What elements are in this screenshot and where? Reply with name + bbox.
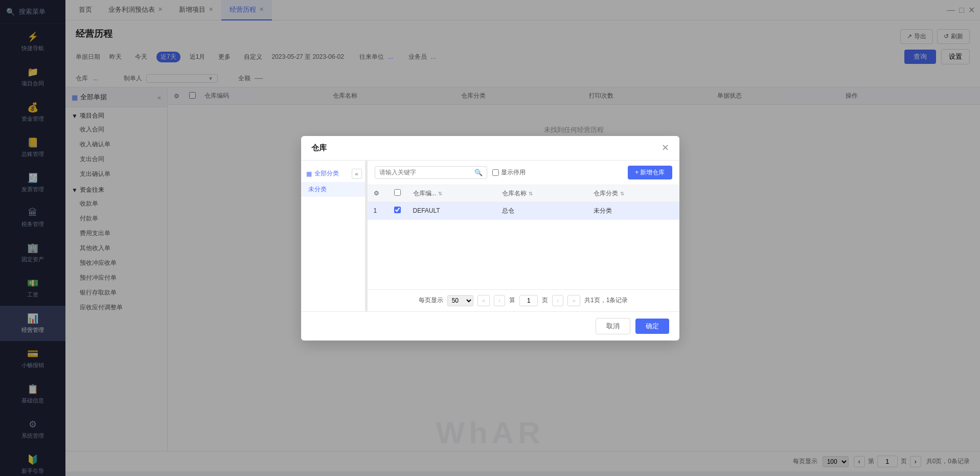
modal-page-size-select[interactable]: 50 20 100	[447, 295, 473, 306]
confirm-button[interactable]: 确定	[635, 319, 669, 334]
sort-icon-code: ⇅	[438, 191, 442, 196]
modal-title: 仓库	[311, 143, 327, 153]
show-disabled-checkbox[interactable]	[492, 169, 499, 176]
modal-table-header: ⚙ 仓库编... ⇅ 仓库名称 ⇅	[368, 185, 679, 202]
th-checkbox[interactable]	[388, 185, 407, 202]
add-warehouse-button[interactable]: + 新增仓库	[628, 166, 672, 179]
modal-table: ⚙ 仓库编... ⇅ 仓库名称 ⇅	[368, 185, 679, 289]
modal-right-panel: 🔍 显示停用 + 新增仓库 ⚙	[368, 161, 679, 311]
modal-search-input[interactable]	[379, 169, 474, 176]
modal-table-body: 1 DEFAULT 总仓 未分类	[368, 202, 679, 219]
row-checkbox[interactable]	[388, 202, 407, 219]
th-warehouse-code[interactable]: 仓库编... ⇅	[407, 185, 496, 202]
modal-toolbar: 🔍 显示停用 + 新增仓库	[368, 161, 679, 185]
modal-body: ▦ 全部分类 « 未分类 🔍	[301, 161, 679, 311]
th-settings[interactable]: ⚙	[368, 185, 388, 202]
th-warehouse-category[interactable]: 仓库分类 ⇅	[587, 185, 679, 202]
modal-footer: 取消 确定	[301, 311, 679, 341]
category-collapse-btn[interactable]: «	[352, 169, 362, 179]
modal-first-page[interactable]: «	[477, 295, 490, 306]
modal-total-info: 共1页，1条记录	[584, 296, 628, 305]
modal-search-icon[interactable]: 🔍	[474, 169, 483, 176]
category-scrollbar	[365, 161, 367, 311]
cancel-button[interactable]: 取消	[596, 318, 630, 334]
modal-page-suffix: 页	[542, 296, 548, 305]
modal-page-prefix: 算	[509, 296, 515, 305]
th-warehouse-name[interactable]: 仓库名称 ⇅	[496, 185, 587, 202]
modal-overlay: 仓库 ✕ ▦ 全部分类 « 未分类	[0, 0, 980, 476]
modal-page-input[interactable]	[519, 295, 538, 306]
modal-next-page[interactable]: ›	[552, 295, 563, 306]
modal-search-box[interactable]: 🔍	[375, 166, 487, 179]
row-name: 总仓	[496, 202, 587, 219]
modal-page-size-label: 每页显示	[419, 296, 443, 305]
sort-icon-name: ⇅	[529, 191, 533, 196]
modal-pagination: 每页显示 50 20 100 « ‹ 算 页 › » 共1页，1条记录	[368, 289, 679, 311]
category-grid-icon: ▦	[306, 170, 312, 177]
warehouse-modal: 仓库 ✕ ▦ 全部分类 « 未分类	[301, 136, 679, 341]
row-category: 未分类	[587, 202, 679, 219]
category-panel: ▦ 全部分类 « 未分类	[301, 161, 368, 311]
category-item-unclassified[interactable]: 未分类	[301, 182, 367, 197]
modal-close-button[interactable]: ✕	[662, 143, 669, 152]
row-code: DEFAULT	[407, 202, 496, 219]
category-all-label: 全部分类	[314, 169, 339, 178]
modal-header: 仓库 ✕	[301, 136, 679, 161]
row-index: 1	[368, 202, 388, 219]
modal-last-page[interactable]: »	[567, 295, 580, 306]
show-disabled-label[interactable]: 显示停用	[492, 168, 526, 177]
sort-icon-category: ⇅	[620, 191, 624, 196]
category-all-header[interactable]: ▦ 全部分类 «	[301, 166, 367, 182]
modal-prev-page[interactable]: ‹	[494, 295, 505, 306]
table-row[interactable]: 1 DEFAULT 总仓 未分类	[368, 202, 679, 219]
